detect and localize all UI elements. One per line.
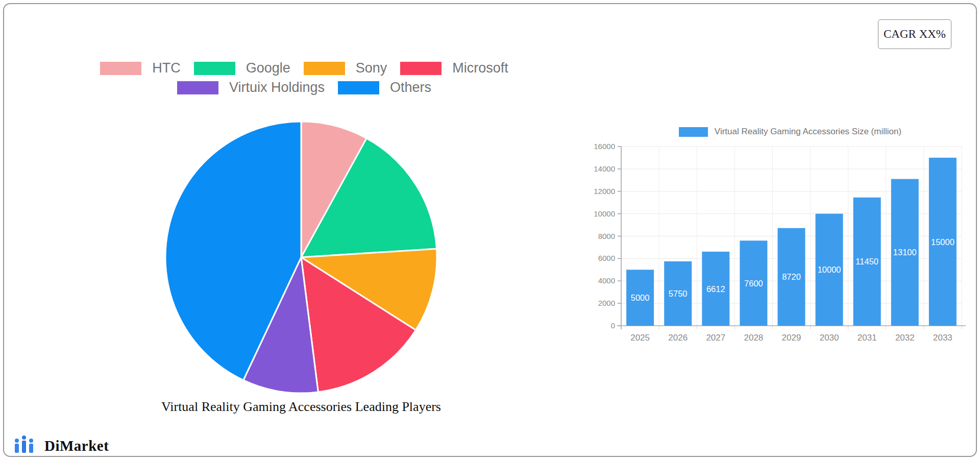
legend-label: Google [246, 60, 290, 76]
legend-swatch [177, 81, 218, 94]
bar-value-label: 6612 [706, 284, 725, 294]
y-tick-label: 12000 [594, 187, 615, 196]
bar-value-label: 5000 [631, 293, 650, 302]
legend-swatch [400, 62, 442, 75]
y-tick-label: 10000 [594, 209, 615, 218]
cagr-label: CAGR XX% [884, 28, 946, 41]
x-tick-label: 2025 [630, 333, 650, 343]
legend-item-microsoft[interactable]: Microsoft [400, 60, 508, 76]
y-tick-label: 2000 [598, 299, 615, 307]
y-tick-label: 16000 [594, 143, 615, 151]
y-tick-label: 4000 [598, 276, 615, 285]
x-tick-label: 2027 [706, 333, 725, 343]
legend-swatch [304, 62, 345, 75]
y-tick-label: 6000 [598, 254, 615, 262]
x-tick-label: 2030 [820, 333, 839, 343]
legend-label: HTC [152, 60, 181, 76]
pie-legend-row: Virtuix HoldingsOthers [60, 80, 548, 95]
bar-chart-logo-icon [13, 435, 40, 456]
y-tick-label: 8000 [598, 232, 615, 240]
pie-legend: HTCGoogleSonyMicrosoftVirtuix HoldingsOt… [60, 60, 548, 95]
x-tick-label: 2026 [668, 333, 688, 343]
report-card: CAGR XX% HTCGoogleSonyMicrosoftVirtuix H… [3, 3, 977, 457]
legend-item-sony[interactable]: Sony [304, 60, 387, 76]
bar-legend-label: Virtual Reality Gaming Accessories Size … [715, 127, 901, 137]
legend-item-htc[interactable]: HTC [100, 60, 181, 76]
bar-value-label: 8720 [782, 272, 801, 281]
pie-chart-title: Virtual Reality Gaming Accessories Leadi… [138, 399, 464, 415]
bar-value-label: 7600 [744, 279, 763, 288]
legend-label: Sony [356, 60, 387, 76]
legend-label: Others [390, 80, 431, 95]
legend-label: Microsoft [452, 60, 508, 76]
x-tick-label: 2028 [744, 333, 763, 343]
bar-value-label: 13100 [893, 248, 917, 257]
legend-item-virtuix-holdings[interactable]: Virtuix Holdings [177, 80, 325, 95]
legend-swatch [100, 62, 141, 75]
bar-chart: 0200040006000800010000120001400016000500… [592, 143, 969, 347]
bar-chart-legend[interactable]: Virtual Reality Gaming Accessories Size … [601, 127, 979, 137]
brand-logo-text: DiMarket [44, 438, 109, 454]
legend-swatch [194, 62, 235, 75]
legend-label: Virtuix Holdings [229, 80, 325, 95]
bar-legend-swatch [679, 127, 708, 137]
bar-value-label: 15000 [931, 237, 954, 247]
bar-value-label: 5750 [669, 289, 688, 298]
legend-item-others[interactable]: Others [338, 80, 431, 95]
pie-chart [163, 119, 439, 395]
pie-legend-row: HTCGoogleSonyMicrosoft [60, 60, 548, 76]
legend-swatch [338, 81, 379, 94]
x-tick-label: 2031 [857, 333, 877, 343]
legend-item-google[interactable]: Google [194, 60, 290, 76]
bar-value-label: 11450 [855, 257, 878, 266]
cagr-badge: CAGR XX% [878, 19, 951, 49]
y-tick-label: 14000 [594, 164, 615, 173]
x-tick-label: 2029 [782, 333, 801, 343]
y-tick-label: 0 [611, 321, 615, 330]
bar-value-label: 10000 [818, 265, 841, 274]
x-tick-label: 2032 [895, 333, 915, 343]
brand-logo: DiMarket [13, 435, 109, 456]
x-tick-label: 2033 [933, 333, 952, 343]
